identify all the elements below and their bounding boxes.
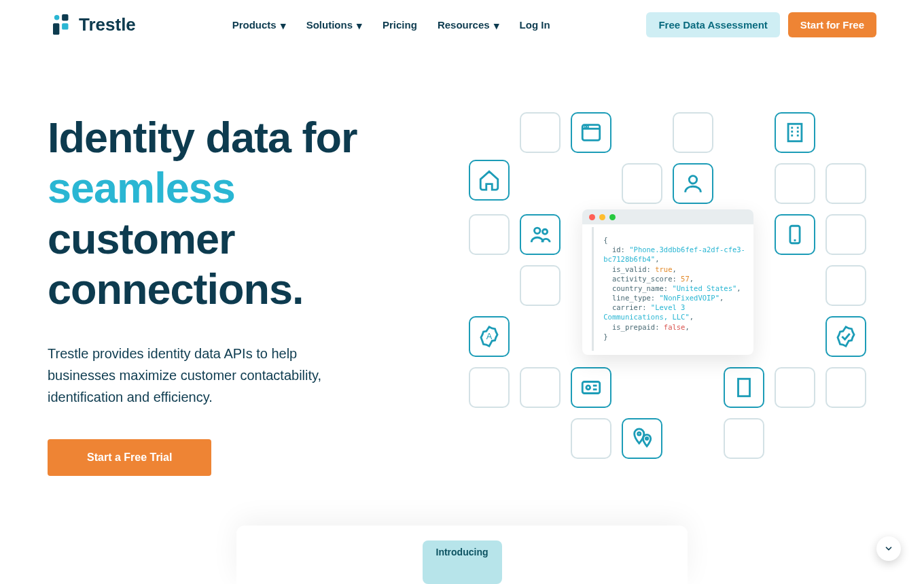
id-card-icon [571,367,611,408]
logo-mark-icon [53,14,73,36]
svg-point-32 [638,432,641,435]
svg-point-15 [690,176,697,184]
close-dot-icon [589,214,595,220]
svg-point-17 [543,229,548,234]
empty-tile [825,367,866,408]
office-icon [724,367,764,408]
main-nav: Products▾ Solutions▾ Pricing Resources▾ … [163,19,620,31]
empty-tile [825,265,866,306]
svg-rect-3 [62,23,68,29]
hero-subtitle: Trestle provides identity data APIs to h… [48,343,360,408]
empty-tile [724,418,764,459]
introducing-card: Introducing [236,526,688,584]
logo-text: Trestle [79,14,136,35]
nav-login[interactable]: Log In [520,19,550,31]
empty-tile [520,367,561,408]
start-for-free-button[interactable]: Start for Free [788,12,876,37]
minimize-dot-icon [599,214,605,220]
empty-tile [775,367,815,408]
empty-tile [673,112,713,153]
scroll-down-button[interactable] [876,536,901,561]
chevron-down-icon: ▾ [494,20,499,32]
svg-rect-2 [53,23,59,35]
empty-tile [469,214,510,255]
browser-icon [571,112,611,153]
svg-rect-25 [739,379,750,396]
hero-illustration: A { id: "Phone.3ddbb6fef-a2df-cfe3-bc712… [452,112,876,479]
svg-point-7 [588,126,588,127]
svg-text:A: A [486,331,493,341]
empty-tile [469,367,510,408]
code-snippet: { id: "Phone.3ddbb6fef-a2df-cfe3-bc7128b… [592,227,753,351]
phone-icon [775,214,815,255]
logo[interactable]: Trestle [53,14,136,36]
empty-tile [520,112,561,153]
empty-tile [622,163,662,204]
badge-a-icon: A [469,316,510,357]
building-icon [775,112,815,153]
map-pin-icon [622,418,662,459]
chevron-down-icon: ▾ [281,20,286,32]
verified-icon [825,316,866,357]
svg-point-33 [646,437,648,439]
window-traffic-lights [582,209,753,224]
person-icon [673,163,713,204]
empty-tile [775,163,815,204]
svg-point-22 [586,385,590,390]
free-data-assessment-button[interactable]: Free Data Assessment [646,12,779,37]
home-icon [469,160,510,201]
svg-rect-8 [788,124,802,141]
nav-pricing[interactable]: Pricing [383,19,417,31]
empty-tile [571,418,611,459]
empty-tile [825,214,866,255]
nav-resources[interactable]: Resources▾ [438,19,499,31]
hero-headline: Identity data for seamless customer conn… [48,112,425,314]
nav-products[interactable]: Products▾ [232,19,286,31]
zoom-dot-icon [609,214,616,220]
chevron-down-icon [884,544,893,553]
svg-point-0 [54,15,60,20]
svg-point-16 [535,228,541,234]
svg-point-6 [585,126,586,127]
svg-rect-1 [62,14,68,20]
introducing-pill: Introducing [423,540,502,584]
empty-tile [825,163,866,204]
nav-solutions[interactable]: Solutions▾ [306,19,362,31]
empty-tile [520,265,561,306]
chevron-down-icon: ▾ [357,20,362,32]
code-window: { id: "Phone.3ddbb6fef-a2df-cfe3-bc7128b… [582,209,753,355]
people-icon [520,214,561,255]
start-free-trial-button[interactable]: Start a Free Trial [48,439,211,476]
